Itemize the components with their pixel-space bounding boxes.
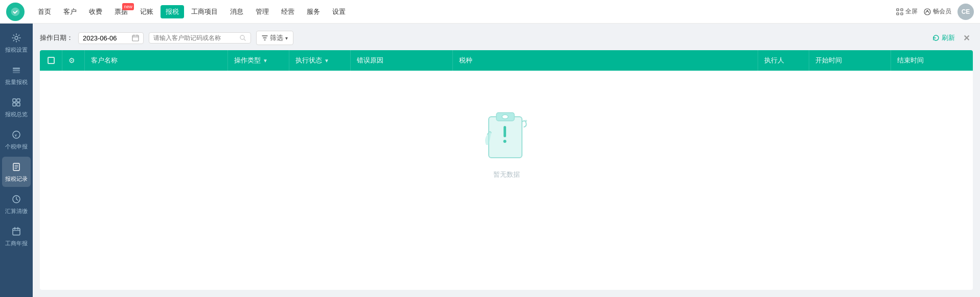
nav-item-首页[interactable]: 首页: [33, 5, 56, 18]
op-type-filter-icon: ▼: [263, 58, 268, 63]
member-button[interactable]: 畅会员: [924, 7, 951, 16]
svg-rect-1: [901, 9, 903, 11]
sidebar-item-label: 报税设置: [5, 46, 28, 54]
nav-item-经营[interactable]: 经营: [276, 5, 300, 18]
date-input[interactable]: [83, 34, 129, 42]
user-avatar[interactable]: CE: [958, 4, 974, 20]
fullscreen-label: 全屏: [905, 7, 918, 16]
main-layout: 报税设置批量报税报税总览¥个税申报报税记录汇算清缴工商年报 操作日期： 筛选 ▾…: [0, 24, 980, 297]
sidebar-item-工商年报[interactable]: 工商年报: [2, 221, 31, 251]
svg-rect-12: [13, 103, 16, 106]
content-area: 操作日期： 筛选 ▾ 刷新 ✕: [33, 24, 980, 297]
sidebar-item-报税记录[interactable]: 报税记录: [2, 157, 31, 187]
toolbar: 操作日期： 筛选 ▾ 刷新 ✕: [40, 31, 973, 45]
select-all-checkbox[interactable]: [48, 57, 55, 64]
member-label: 畅会员: [933, 7, 951, 16]
filter-button[interactable]: 筛选 ▾: [256, 31, 293, 45]
th-error-reason: 错误原因: [351, 50, 453, 71]
refresh-button[interactable]: 刷新: [932, 33, 955, 43]
sidebar-item-label: 报税总览: [5, 111, 28, 118]
nav-item-消息[interactable]: 消息: [225, 5, 248, 18]
sidebar-item-label: 批量报税: [5, 78, 28, 86]
th-executor: 执行人: [758, 50, 809, 71]
th-tax-type: 税种: [453, 50, 758, 71]
overview-icon: [10, 96, 22, 109]
svg-rect-19: [132, 35, 139, 41]
svg-rect-24: [504, 126, 506, 137]
svg-rect-0: [897, 9, 899, 11]
empty-state: 暂无数据: [40, 71, 973, 200]
column-settings-icon[interactable]: ⚙: [69, 56, 75, 65]
settlement-icon: [10, 193, 22, 205]
batch-icon: [10, 64, 22, 76]
nav-item-客户[interactable]: 客户: [58, 5, 82, 18]
th-client-name: 客户名称: [85, 50, 228, 71]
top-navigation: 首页客户收费票据new记账报税工商项目消息管理经营服务设置 全屏 畅会员 CE: [0, 0, 980, 24]
settings-icon: [10, 32, 22, 44]
nav-item-设置[interactable]: 设置: [327, 5, 351, 18]
svg-text:¥: ¥: [14, 133, 17, 138]
chevron-down-icon: ▾: [285, 35, 288, 41]
nav-items: 首页客户收费票据new记账报税工商项目消息管理经营服务设置: [33, 5, 896, 18]
table-header: ⚙ 客户名称 操作类型 ▼ 执行状态 ▼ 错误原因 税种: [40, 50, 973, 71]
nav-item-工商项目[interactable]: 工商项目: [186, 5, 223, 18]
svg-rect-9: [13, 72, 20, 73]
svg-point-25: [503, 140, 506, 143]
sidebar-item-汇算清缴[interactable]: 汇算清缴: [2, 189, 31, 219]
refresh-label: 刷新: [942, 33, 955, 43]
filter-label: 筛选: [270, 33, 283, 43]
top-nav-right: 全屏 畅会员 CE: [896, 4, 974, 20]
app-logo[interactable]: [6, 3, 25, 21]
nav-item-管理[interactable]: 管理: [250, 5, 274, 18]
svg-point-23: [502, 115, 508, 119]
svg-point-5: [927, 10, 928, 11]
sidebar-item-报税总览[interactable]: 报税总览: [2, 92, 31, 122]
svg-point-26: [525, 120, 527, 122]
svg-rect-3: [901, 13, 903, 15]
sidebar-item-label: 汇算清缴: [5, 207, 28, 215]
svg-point-4: [924, 9, 930, 15]
new-badge: new: [122, 3, 134, 10]
filter-icon: [262, 35, 268, 41]
svg-rect-13: [17, 103, 20, 106]
svg-rect-11: [17, 99, 20, 102]
svg-rect-10: [13, 99, 16, 102]
close-button[interactable]: ✕: [960, 32, 973, 44]
nav-item-记账[interactable]: 记账: [135, 5, 158, 18]
fullscreen-button[interactable]: 全屏: [896, 7, 918, 16]
nav-item-服务[interactable]: 服务: [302, 5, 325, 18]
nav-item-票据[interactable]: 票据new: [109, 5, 133, 18]
tax-icon: ¥: [10, 129, 22, 141]
th-exec-status[interactable]: 执行状态 ▼: [289, 50, 351, 71]
sidebar-item-label: 工商年报: [5, 240, 28, 247]
empty-icon: [476, 101, 537, 163]
sidebar-item-个税申报[interactable]: ¥个税申报: [2, 124, 31, 155]
nav-item-收费[interactable]: 收费: [84, 5, 107, 18]
nav-item-报税[interactable]: 报税: [161, 5, 184, 18]
svg-rect-7: [13, 68, 20, 69]
refresh-icon: [932, 34, 940, 41]
date-label: 操作日期：: [40, 33, 73, 43]
svg-point-6: [15, 36, 18, 39]
svg-rect-8: [13, 70, 20, 71]
th-checkbox: [40, 50, 62, 71]
sidebar-item-批量报税[interactable]: 批量报税: [2, 60, 31, 90]
exec-status-filter-icon: ▼: [324, 58, 329, 63]
search-box[interactable]: [149, 32, 251, 44]
svg-rect-18: [13, 228, 20, 235]
data-table: ⚙ 客户名称 操作类型 ▼ 执行状态 ▼ 错误原因 税种: [40, 50, 973, 290]
sidebar-item-label: 报税记录: [5, 175, 28, 183]
th-settings: ⚙: [62, 50, 85, 71]
th-op-type[interactable]: 操作类型 ▼: [228, 50, 289, 71]
empty-text: 暂无数据: [493, 170, 520, 179]
svg-rect-2: [897, 13, 899, 15]
date-picker[interactable]: [78, 32, 144, 44]
annual-icon: [10, 225, 22, 238]
calendar-icon: [132, 34, 139, 41]
th-end-time: 结束时间: [891, 50, 973, 71]
sidebar-item-报税设置[interactable]: 报税设置: [2, 28, 31, 58]
svg-rect-21: [489, 117, 522, 158]
sidebar-item-label: 个税申报: [5, 143, 28, 151]
table-body: 暂无数据: [40, 71, 973, 200]
search-input[interactable]: [153, 34, 236, 41]
